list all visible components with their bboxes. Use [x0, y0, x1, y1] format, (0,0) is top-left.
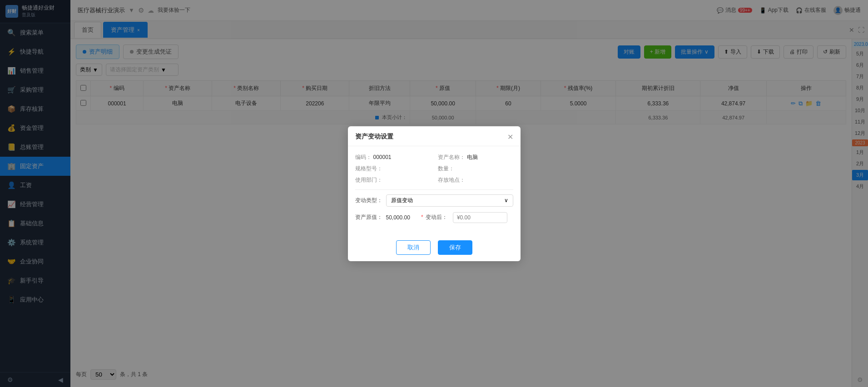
modal-change-type-field: 变动类型： 原值变动 ∨ — [355, 194, 513, 207]
modal-spec-item: 规格型号： — [355, 165, 431, 173]
save-button[interactable]: 保存 — [438, 240, 472, 255]
modal-qty-item: 数量： — [438, 165, 513, 173]
modal-dept-label: 使用部门： — [355, 176, 382, 184]
asset-change-modal: 资产变动设置 ✕ 编码： 000001 资产名称： 电脑 规格型号： 数量： — [348, 126, 521, 261]
modal-asset-name-item: 资产名称： 电脑 — [438, 154, 513, 161]
modal-qty-label: 数量： — [438, 165, 454, 173]
after-label: * 变动后： — [421, 213, 447, 221]
modal-code-item: 编码： 000001 — [355, 154, 431, 161]
cancel-button[interactable]: 取消 — [396, 240, 431, 255]
modal-original-value-field: 资产原值： 50,000.00 * 变动后： — [355, 212, 513, 223]
required-star: * — [421, 214, 423, 220]
modal-code-value: 000001 — [373, 154, 392, 160]
modal-code-label: 编码： — [355, 154, 372, 161]
modal-footer: 取消 保存 — [348, 236, 521, 261]
modal-asset-name-value: 电脑 — [467, 154, 478, 161]
change-type-select[interactable]: 原值变动 ∨ — [386, 194, 513, 207]
modal-title: 资产变动设置 — [355, 133, 393, 141]
after-value-input[interactable] — [453, 212, 507, 223]
original-value-display: 50,000.00 — [386, 214, 410, 221]
modal-close-icon[interactable]: ✕ — [507, 133, 513, 141]
modal-spec-label: 规格型号： — [355, 165, 382, 173]
modal-info-grid: 编码： 000001 资产名称： 电脑 规格型号： 数量： 使用部门： — [355, 154, 513, 184]
original-value-label: 资产原值： — [355, 213, 382, 221]
modal-divider — [355, 189, 513, 190]
modal-header: 资产变动设置 ✕ — [348, 126, 521, 146]
change-type-value: 原值变动 — [391, 197, 413, 204]
modal-asset-name-label: 资产名称： — [438, 154, 465, 161]
modal-dept-item: 使用部门： — [355, 176, 431, 184]
modal-body: 编码： 000001 资产名称： 电脑 规格型号： 数量： 使用部门： — [348, 146, 521, 236]
modal-overlay: 资产变动设置 ✕ 编码： 000001 资产名称： 电脑 规格型号： 数量： — [0, 0, 868, 387]
modal-location-label: 存放地点： — [438, 176, 465, 184]
modal-location-item: 存放地点： — [438, 176, 513, 184]
change-type-arrow-icon: ∨ — [504, 197, 508, 203]
change-type-label: 变动类型： — [355, 197, 382, 204]
